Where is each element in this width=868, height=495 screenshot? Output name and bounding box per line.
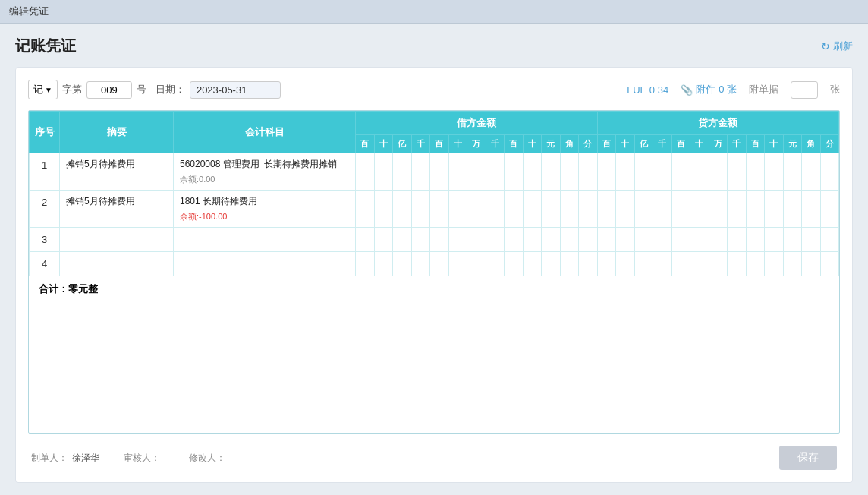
debit-cell-2-3[interactable] — [411, 228, 430, 252]
credit-cell-3-6[interactable] — [709, 252, 728, 276]
credit-cell-0-3[interactable] — [653, 153, 672, 191]
credit-cell-1-10[interactable] — [783, 191, 802, 228]
debit-cell-0-12[interactable] — [579, 153, 598, 191]
credit-cell-3-1[interactable] — [616, 252, 635, 276]
debit-cell-2-5[interactable] — [448, 228, 467, 252]
debit-cell-2-6[interactable] — [467, 228, 486, 252]
debit-cell-0-9[interactable] — [523, 153, 542, 191]
debit-cell-1-2[interactable] — [393, 191, 412, 228]
credit-cell-3-0[interactable] — [597, 252, 616, 276]
debit-cell-2-4[interactable] — [430, 228, 449, 252]
debit-cell-3-6[interactable] — [467, 252, 486, 276]
debit-cell-3-9[interactable] — [523, 252, 542, 276]
credit-cell-2-3[interactable] — [653, 228, 672, 252]
debit-cell-2-7[interactable] — [486, 228, 505, 252]
debit-cell-3-0[interactable] — [356, 252, 375, 276]
debit-cell-1-3[interactable] — [411, 191, 430, 228]
debit-cell-1-4[interactable] — [430, 191, 449, 228]
debit-cell-0-8[interactable] — [505, 153, 524, 191]
attachment-link[interactable]: 📎 附件 0 张 — [681, 83, 737, 96]
cell-account-3[interactable] — [174, 252, 356, 276]
debit-cell-0-2[interactable] — [393, 153, 412, 191]
credit-cell-2-11[interactable] — [802, 228, 821, 252]
credit-cell-2-5[interactable] — [690, 228, 709, 252]
credit-cell-2-2[interactable] — [634, 228, 653, 252]
credit-cell-0-0[interactable] — [597, 153, 616, 191]
credit-cell-2-7[interactable] — [728, 228, 747, 252]
credit-cell-3-4[interactable] — [671, 252, 690, 276]
debit-cell-2-10[interactable] — [542, 228, 561, 252]
debit-cell-3-10[interactable] — [542, 252, 561, 276]
debit-cell-1-12[interactable] — [579, 191, 598, 228]
debit-cell-0-0[interactable] — [356, 153, 375, 191]
refresh-button[interactable]: ↻ 刷新 — [821, 39, 853, 53]
debit-cell-3-4[interactable] — [430, 252, 449, 276]
debit-cell-3-11[interactable] — [560, 252, 579, 276]
credit-cell-2-9[interactable] — [765, 228, 784, 252]
credit-cell-2-12[interactable] — [820, 228, 839, 252]
credit-cell-3-10[interactable] — [783, 252, 802, 276]
debit-cell-1-9[interactable] — [523, 191, 542, 228]
credit-cell-3-3[interactable] — [653, 252, 672, 276]
credit-cell-3-11[interactable] — [802, 252, 821, 276]
cell-summary-3[interactable] — [60, 252, 174, 276]
credit-cell-1-4[interactable] — [671, 191, 690, 228]
zhang-input[interactable] — [791, 81, 818, 99]
credit-cell-2-8[interactable] — [746, 228, 765, 252]
debit-cell-3-3[interactable] — [411, 252, 430, 276]
credit-cell-2-6[interactable] — [709, 228, 728, 252]
debit-cell-2-11[interactable] — [560, 228, 579, 252]
debit-cell-2-12[interactable] — [579, 228, 598, 252]
credit-cell-3-5[interactable] — [690, 252, 709, 276]
debit-cell-0-1[interactable] — [374, 153, 393, 191]
credit-cell-3-8[interactable] — [746, 252, 765, 276]
credit-cell-1-1[interactable] — [616, 191, 635, 228]
cell-account-1[interactable]: 1801 长期待摊费用余额:-100.00 — [174, 191, 356, 228]
debit-cell-3-5[interactable] — [448, 252, 467, 276]
debit-cell-1-0[interactable] — [356, 191, 375, 228]
credit-cell-0-5[interactable] — [690, 153, 709, 191]
credit-cell-0-12[interactable] — [820, 153, 839, 191]
debit-cell-2-1[interactable] — [374, 228, 393, 252]
credit-cell-3-2[interactable] — [634, 252, 653, 276]
credit-cell-3-9[interactable] — [765, 252, 784, 276]
debit-cell-1-6[interactable] — [467, 191, 486, 228]
debit-cell-3-7[interactable] — [486, 252, 505, 276]
credit-cell-0-7[interactable] — [728, 153, 747, 191]
debit-cell-0-6[interactable] — [467, 153, 486, 191]
credit-cell-1-5[interactable] — [690, 191, 709, 228]
credit-cell-1-7[interactable] — [728, 191, 747, 228]
credit-cell-0-6[interactable] — [709, 153, 728, 191]
credit-cell-3-7[interactable] — [728, 252, 747, 276]
date-input[interactable] — [190, 81, 281, 99]
debit-cell-0-5[interactable] — [448, 153, 467, 191]
type-select[interactable]: 记 ▼ — [28, 80, 58, 99]
debit-cell-1-10[interactable] — [542, 191, 561, 228]
debit-cell-2-8[interactable] — [505, 228, 524, 252]
credit-cell-1-3[interactable] — [653, 191, 672, 228]
zi-input[interactable] — [86, 81, 132, 99]
debit-cell-2-9[interactable] — [523, 228, 542, 252]
credit-cell-1-9[interactable] — [765, 191, 784, 228]
credit-cell-1-12[interactable] — [820, 191, 839, 228]
cell-summary-2[interactable] — [60, 228, 174, 252]
credit-cell-0-1[interactable] — [616, 153, 635, 191]
debit-cell-0-11[interactable] — [560, 153, 579, 191]
debit-cell-0-10[interactable] — [542, 153, 561, 191]
credit-cell-0-10[interactable] — [783, 153, 802, 191]
debit-cell-1-1[interactable] — [374, 191, 393, 228]
credit-cell-1-2[interactable] — [634, 191, 653, 228]
debit-cell-2-2[interactable] — [393, 228, 412, 252]
credit-cell-3-12[interactable] — [820, 252, 839, 276]
debit-cell-3-12[interactable] — [579, 252, 598, 276]
credit-cell-0-4[interactable] — [671, 153, 690, 191]
debit-cell-1-8[interactable] — [505, 191, 524, 228]
save-button[interactable]: 保存 — [779, 446, 837, 470]
cell-account-2[interactable] — [174, 228, 356, 252]
credit-cell-2-1[interactable] — [616, 228, 635, 252]
debit-cell-1-7[interactable] — [486, 191, 505, 228]
credit-cell-1-11[interactable] — [802, 191, 821, 228]
credit-cell-2-4[interactable] — [671, 228, 690, 252]
credit-cell-1-8[interactable] — [746, 191, 765, 228]
debit-cell-1-11[interactable] — [560, 191, 579, 228]
